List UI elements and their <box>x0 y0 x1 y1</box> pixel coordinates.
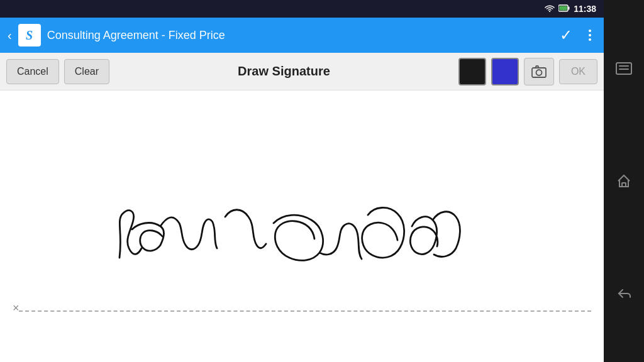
more-options-button[interactable] <box>584 25 596 46</box>
dot2 <box>589 34 591 36</box>
svg-rect-7 <box>536 66 538 68</box>
svg-point-0 <box>549 11 550 12</box>
clear-button[interactable]: Clear <box>64 59 109 84</box>
back-button[interactable]: ‹ <box>8 28 12 43</box>
svg-point-6 <box>536 70 541 75</box>
app-logo: S <box>18 24 41 47</box>
svg-rect-4 <box>566 6 567 10</box>
ok-button[interactable]: OK <box>559 59 597 84</box>
svg-rect-3 <box>560 6 567 10</box>
color-blue-swatch[interactable] <box>491 58 519 85</box>
color-black-swatch[interactable] <box>458 58 486 85</box>
confirm-button[interactable]: ✓ <box>555 21 577 49</box>
signature-toolbar: Cancel Clear Draw Signature OK <box>0 53 604 90</box>
app-bar-title: Consulting Agreement - Fixed Price <box>47 29 548 42</box>
signature-baseline <box>19 310 591 312</box>
signature-x-marker: × <box>13 302 19 315</box>
svg-rect-2 <box>569 6 570 9</box>
status-time: 11:38 <box>574 4 596 14</box>
svg-rect-11 <box>622 183 626 187</box>
signature-canvas[interactable]: × <box>0 90 604 362</box>
nav-home-button[interactable] <box>616 173 631 189</box>
nav-back-button[interactable] <box>616 287 631 300</box>
nav-recent-button[interactable] <box>616 62 632 75</box>
svg-rect-9 <box>619 65 629 67</box>
wifi-icon <box>545 4 555 14</box>
camera-button[interactable] <box>524 58 554 85</box>
dot1 <box>589 30 591 32</box>
battery-icon <box>558 4 570 14</box>
svg-rect-10 <box>619 69 629 70</box>
signature-display <box>88 170 516 283</box>
side-nav <box>604 0 644 362</box>
toolbar-title: Draw Signature <box>114 64 453 79</box>
cancel-button[interactable]: Cancel <box>6 59 59 84</box>
app-bar: ‹ S Consulting Agreement - Fixed Price ✓ <box>0 18 604 53</box>
status-bar: 11:38 <box>0 0 604 18</box>
dot3 <box>589 38 591 41</box>
